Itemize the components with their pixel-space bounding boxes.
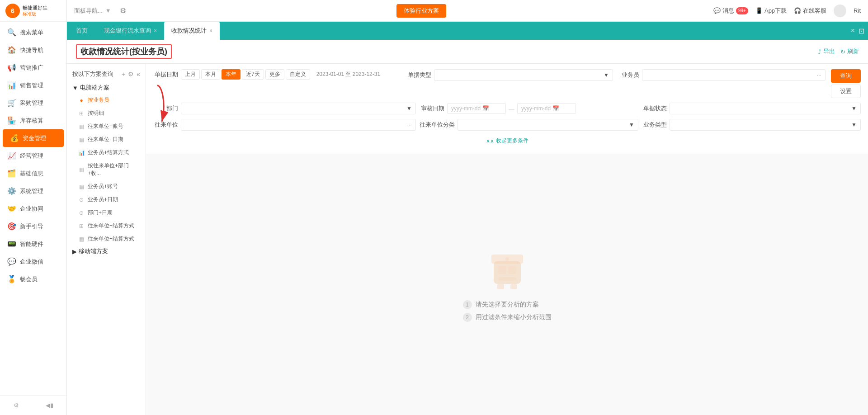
filter-settings-button[interactable]: 设置 bbox=[831, 85, 861, 98]
scheme-item-unit-settle1-icon: ⊞ bbox=[78, 222, 85, 230]
empty-tip-1: 1 请先选择要分析的方案 bbox=[463, 300, 552, 309]
message-icon: 💬 bbox=[713, 7, 721, 14]
scheme-collapse-btn[interactable]: « bbox=[137, 71, 140, 78]
counterpart-select[interactable]: ··· bbox=[181, 119, 416, 131]
sidebar-item-search[interactable]: 🔍 搜索菜单 bbox=[0, 24, 66, 41]
scheme-item-unit-account[interactable]: ▦ 往来单位+账号 bbox=[67, 120, 146, 133]
tab-receipt-close[interactable]: × bbox=[209, 28, 212, 34]
sidebar-item-hardware[interactable]: 📟 智能硬件 bbox=[0, 235, 66, 253]
scheme-item-unit-account-icon: ▦ bbox=[78, 123, 85, 130]
scheme-item-salesman-date[interactable]: ⊙ 业务员+日期 bbox=[67, 193, 146, 206]
tip-num-1: 1 bbox=[463, 300, 472, 309]
scheme-section-mobile-title[interactable]: ▶ 移动端方案 bbox=[67, 245, 146, 257]
scheme-item-unit-settle2-label: 往来单位+结算方式 bbox=[88, 235, 134, 243]
review-date-range: yyyy-mm-dd 📅 — yyyy-mm-dd 📅 bbox=[447, 103, 576, 114]
user-avatar[interactable] bbox=[834, 5, 846, 17]
tip-text-1: 请先选择要分析的方案 bbox=[476, 301, 539, 309]
sidebar-settings-btn[interactable]: ⚙ bbox=[10, 400, 23, 410]
date-btn-this-year[interactable]: 本年 bbox=[222, 69, 241, 80]
export-label: 导出 bbox=[823, 47, 835, 56]
date-btn-more[interactable]: 更多 bbox=[265, 69, 284, 80]
salesman-select[interactable]: ··· bbox=[642, 69, 826, 81]
sidebar-item-quicknav[interactable]: 🏠 快捷导航 bbox=[0, 41, 66, 59]
date-btn-last-month[interactable]: 上月 bbox=[181, 69, 200, 80]
scheme-add-btn[interactable]: + bbox=[122, 71, 125, 78]
tip-num-2: 2 bbox=[463, 313, 472, 322]
scheme-item-salesman-settle[interactable]: 📊 业务员+结算方式 bbox=[67, 146, 146, 159]
header-settings-btn[interactable]: ⚙ bbox=[117, 5, 129, 17]
trial-button[interactable]: 体验行业方案 bbox=[396, 4, 446, 18]
scheme-item-detail-label: 按明细 bbox=[88, 109, 104, 117]
sidebar-collapse-btn[interactable]: ◀▮ bbox=[42, 400, 57, 410]
finance-icon: 💰 bbox=[10, 134, 19, 142]
review-date-end[interactable]: yyyy-mm-dd 📅 bbox=[517, 103, 576, 114]
salesman-more-icon: ··· bbox=[817, 72, 821, 78]
date-btn-custom[interactable]: 自定义 bbox=[286, 69, 310, 80]
query-button[interactable]: 查询 bbox=[831, 69, 861, 83]
app-download-btn[interactable]: 📱 App下载 bbox=[755, 7, 787, 15]
sidebar-item-inventory[interactable]: 🏪 库存核算 bbox=[0, 112, 66, 129]
message-btn[interactable]: 💬 消息 99+ bbox=[713, 7, 748, 15]
export-btn[interactable]: ⤴ 导出 bbox=[818, 47, 835, 56]
scheme-item-unit-settle2[interactable]: ▦ 往来单位+结算方式 bbox=[67, 232, 146, 245]
voucher-type-select[interactable]: ▼ bbox=[434, 69, 613, 81]
scheme-item-detail[interactable]: ⊞ 按明细 bbox=[67, 107, 146, 120]
header-left: 面板导航... ▼ ⚙ bbox=[74, 5, 129, 17]
collapse-more-btn[interactable]: ∧∧ 收起更多条件 bbox=[153, 133, 861, 148]
date-btn-this-month[interactable]: 本月 bbox=[201, 69, 220, 80]
scheme-section-desktop-title[interactable]: ▼ 电脑端方案 bbox=[67, 82, 146, 94]
breadcrumb-text: 面板导航... bbox=[74, 7, 103, 15]
tab-close-all-btn[interactable]: × bbox=[851, 27, 855, 35]
scheme-item-dept-date[interactable]: ⊙ 部门+日期 bbox=[67, 206, 146, 219]
hardware-icon: 📟 bbox=[7, 240, 16, 248]
scheme-item-dept-date-label: 部门+日期 bbox=[88, 209, 113, 217]
page-content: 收款情况统计(按业务员) ⤴ 导出 ↻ 刷新 按以下方案查询 + bbox=[67, 40, 868, 415]
mobile-section-expand-icon: ▶ bbox=[72, 248, 77, 255]
refresh-btn[interactable]: ↻ 刷新 bbox=[840, 47, 859, 56]
sidebar-item-corp[interactable]: 🤝 企业协同 bbox=[0, 200, 66, 217]
scheme-item-unit-settle1[interactable]: ⊞ 往来单位+结算方式 bbox=[67, 219, 146, 232]
marketing-icon: 📢 bbox=[7, 63, 16, 72]
sidebar-item-operation[interactable]: 📈 经营管理 bbox=[0, 147, 66, 165]
sidebar-item-sales[interactable]: 📊 销售管理 bbox=[0, 76, 66, 94]
tab-receipt[interactable]: 收款情况统计 × bbox=[164, 22, 220, 40]
sidebar-logo: 6 畅捷通好生 标准版 bbox=[0, 0, 66, 22]
counterpart-category-select[interactable]: ▼ bbox=[458, 119, 638, 131]
scheme-header-actions: + ⚙ « bbox=[122, 71, 140, 78]
tab-home[interactable]: 首页 bbox=[67, 22, 97, 40]
tab-maximize-btn[interactable]: ⊡ bbox=[859, 27, 864, 35]
app-download-label: App下载 bbox=[764, 7, 787, 15]
review-date-start[interactable]: yyyy-mm-dd 📅 bbox=[447, 103, 506, 114]
date-range-display: 2023-01-01 至 2023-12-31 bbox=[316, 71, 380, 78]
date-btn-7days[interactable]: 近7天 bbox=[242, 69, 264, 80]
sidebar-item-member[interactable]: 🏅 畅会员 bbox=[0, 270, 66, 288]
counterpart-label: 往来单位 bbox=[153, 121, 178, 129]
refresh-icon: ↻ bbox=[840, 48, 845, 55]
sidebar-item-system[interactable]: ⚙️ 系统管理 bbox=[0, 182, 66, 200]
empty-illustration bbox=[480, 248, 534, 293]
scheme-item-unit-dept[interactable]: ▦ 按往来单位+部门+收... bbox=[67, 159, 146, 180]
page-title: 收款情况统计(按业务员) bbox=[76, 44, 172, 59]
dept-select[interactable]: ▼ bbox=[181, 103, 416, 114]
sidebar-item-purchase[interactable]: 🛒 采购管理 bbox=[0, 94, 66, 112]
scheme-item-salesman[interactable]: ● 按业务员 bbox=[67, 94, 146, 107]
sidebar-item-newbie[interactable]: 🎯 新手引导 bbox=[0, 217, 66, 235]
header-right: 💬 消息 99+ 📱 App下载 🎧 在线客服 Rit bbox=[713, 5, 861, 17]
sidebar-bottom: ⚙ ◀▮ bbox=[0, 395, 66, 415]
biz-type-select[interactable]: ▼ bbox=[670, 119, 861, 131]
voucher-status-select[interactable]: ▼ bbox=[670, 103, 861, 114]
online-service-btn[interactable]: 🎧 在线客服 bbox=[794, 7, 826, 15]
tab-cashflow[interactable]: 现金银行流水查询 × bbox=[97, 22, 164, 40]
scheme-item-dept-date-icon: ⊙ bbox=[78, 209, 85, 217]
sidebar-item-marketing[interactable]: 📢 营销推广 bbox=[0, 59, 66, 76]
counterpart-category-label: 往来单位分类 bbox=[420, 121, 455, 129]
sidebar-item-wechat[interactable]: 💬 企业微信 bbox=[0, 253, 66, 270]
scheme-settings-btn[interactable]: ⚙ bbox=[128, 71, 134, 78]
sidebar-item-basicinfo[interactable]: 🗂️ 基础信息 bbox=[0, 165, 66, 182]
scheme-header-label: 按以下方案查询 bbox=[72, 70, 113, 78]
sidebar-item-finance[interactable]: 💰 资金管理 bbox=[3, 129, 64, 147]
tab-home-label: 首页 bbox=[76, 27, 88, 35]
scheme-item-salesman-account[interactable]: ▦ 业务员+账号 bbox=[67, 180, 146, 193]
scheme-item-unit-date[interactable]: ▦ 往来单位+日期 bbox=[67, 133, 146, 146]
tab-cashflow-close[interactable]: × bbox=[154, 28, 157, 34]
